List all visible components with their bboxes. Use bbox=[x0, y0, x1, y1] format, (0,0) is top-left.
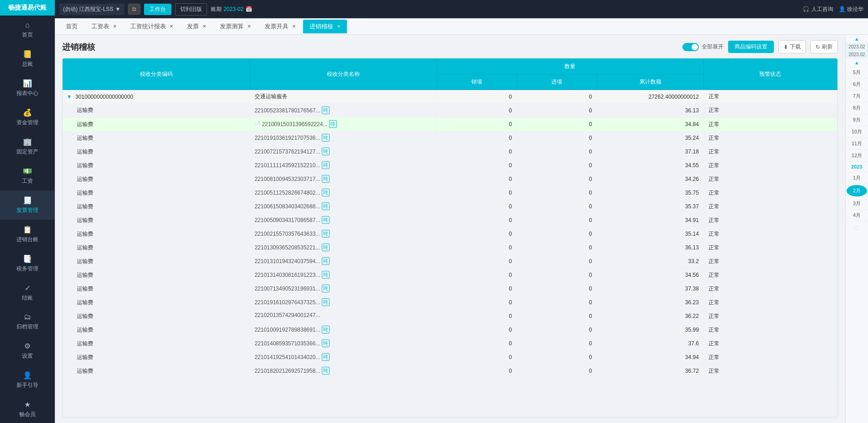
row-total: 34.91 bbox=[597, 213, 704, 227]
row-sales: 0 bbox=[437, 241, 517, 254]
tab-invoice-calc-label: 发票测算 bbox=[220, 22, 244, 31]
tab-invoice[interactable]: 发票 ✕ bbox=[181, 20, 213, 33]
tab-home-label: 首页 bbox=[66, 22, 78, 31]
row-inv-no: 22101910361921707536... 吨 bbox=[250, 131, 437, 145]
toggle-expand[interactable]: 全部展开 bbox=[682, 43, 724, 51]
col-sales-header: 销项 bbox=[437, 74, 517, 90]
row-total: 35.24 bbox=[597, 131, 704, 145]
row-total: 35.14 bbox=[597, 227, 704, 241]
tab-invoice-label: 发票 bbox=[187, 22, 199, 31]
right-panel-year-2023-02-top[interactable]: 2023.02 bbox=[846, 43, 868, 51]
switch-version-button[interactable]: 切到旧版 bbox=[175, 3, 207, 16]
table-row-name: 运输费 bbox=[63, 309, 250, 323]
tab-invoice-issue-label: 发票开具 bbox=[265, 22, 288, 31]
guide-icon: 👤 bbox=[23, 371, 32, 380]
tab-salary-table-close[interactable]: ✕ bbox=[113, 24, 117, 29]
row-sales: 0 bbox=[437, 117, 517, 131]
collapse-icon[interactable]: ▼ bbox=[67, 94, 72, 100]
table-row-name: 运输费 bbox=[63, 350, 250, 364]
sidebar-item-ledger[interactable]: 📒 总账 bbox=[0, 44, 55, 74]
row-inv-no: 22101419254101434020... 吨 bbox=[250, 350, 437, 364]
calendar-icon[interactable]: 📅 bbox=[245, 6, 252, 12]
sidebar-item-member[interactable]: ★ 畅会员 bbox=[0, 395, 55, 423]
row-sales: 0 bbox=[437, 90, 517, 104]
assets-icon: 🏢 bbox=[23, 137, 32, 146]
row-name: 交通运输服务 bbox=[250, 90, 437, 104]
sidebar-item-capital-label: 资金管理 bbox=[16, 119, 38, 127]
tab-salary-stats[interactable]: 工资统计报表 ✕ bbox=[124, 20, 180, 33]
month-8[interactable]: 8月 bbox=[846, 102, 868, 114]
sidebar-item-closing[interactable]: ✓ 结账 bbox=[0, 278, 55, 307]
month-3[interactable]: 3月 bbox=[846, 198, 868, 210]
right-panel-year-2023-02-2[interactable]: 2023.02 bbox=[846, 51, 868, 58]
tab-salary-table[interactable]: 工资表 ✕ bbox=[85, 20, 123, 33]
year-2023[interactable]: 2023 bbox=[846, 162, 868, 172]
sidebar-item-invoice-label: 发票管理 bbox=[16, 206, 38, 214]
sidebar-item-reports[interactable]: 📊 报表中心 bbox=[0, 74, 55, 103]
row-total: 36.23 bbox=[597, 296, 704, 309]
tab-invoice-calc-close[interactable]: ✕ bbox=[247, 24, 251, 29]
col-purchases-header: 进项 bbox=[517, 74, 597, 90]
tab-invoice-calc[interactable]: 发票测算 ✕ bbox=[213, 20, 257, 33]
period-label: 账期 2023-02 📅 bbox=[211, 5, 252, 13]
month-6[interactable]: 6月 bbox=[846, 79, 868, 90]
settings-button[interactable]: 商品编码设置 bbox=[728, 41, 774, 53]
month-10[interactable]: 10月 bbox=[846, 126, 868, 138]
month-2-active[interactable]: 2月 bbox=[847, 185, 867, 197]
copy-button[interactable]: ⧉ bbox=[128, 4, 140, 15]
row-total: 34.84 bbox=[597, 117, 704, 131]
sidebar-item-home[interactable]: ⌂ 首页 bbox=[0, 16, 55, 44]
row-purchases: 0 bbox=[517, 282, 597, 296]
month-1[interactable]: 1月 bbox=[846, 172, 868, 184]
tab-invoice-issue-close[interactable]: ✕ bbox=[292, 24, 296, 29]
sidebar-item-purchase[interactable]: 📋 进销台账 bbox=[0, 220, 55, 249]
right-panel: ▲ 2023.02 2023.02 ▲ 5月 6月 7月 8月 9月 10月 1… bbox=[845, 35, 868, 423]
month-7[interactable]: 7月 bbox=[846, 90, 868, 102]
sidebar-item-salary[interactable]: 💵 工资 bbox=[0, 161, 55, 190]
sidebar-item-guide[interactable]: 👤 新手引导 bbox=[0, 365, 55, 395]
tab-invoice-close[interactable]: ✕ bbox=[202, 24, 206, 29]
expand-toggle[interactable] bbox=[682, 43, 699, 51]
sidebar-item-salary-label: 工资 bbox=[22, 177, 33, 185]
month-12[interactable]: 12月 bbox=[846, 150, 868, 162]
table-row-name: 运输费 bbox=[63, 337, 250, 350]
user-menu[interactable]: 👤 徐泾华 bbox=[839, 5, 863, 13]
company-selector[interactable]: (勿动) 江西报宝-LSS ▼ bbox=[59, 4, 124, 15]
row-total: 36.72 bbox=[597, 364, 704, 378]
month-11[interactable]: 11月 bbox=[846, 138, 868, 150]
row-total: 36.22 bbox=[597, 309, 704, 323]
tab-salary-stats-close[interactable]: ✕ bbox=[170, 24, 173, 29]
topbar: (勿动) 江西报宝-LSS ▼ ⧉ 工作台 切到旧版 账期 2023-02 📅 … bbox=[55, 0, 868, 18]
row-sales: 0 bbox=[437, 364, 517, 378]
right-panel-up2[interactable]: ▲ bbox=[846, 58, 868, 67]
sidebar-item-invoice[interactable]: 🧾 发票管理 bbox=[0, 190, 55, 220]
support-button[interactable]: 🎧 人工咨询 bbox=[803, 5, 833, 13]
download-button[interactable]: ⬇ 下载 bbox=[778, 40, 806, 53]
sidebar: 畅捷通易代账 ⌂ 首页 📒 总账 📊 报表中心 💰 资金管理 🏢 固定资产 💵 … bbox=[0, 0, 55, 423]
row-inv-no: 📄 22100915031396592224... 吨 bbox=[250, 117, 437, 131]
row-status: 正常 bbox=[703, 159, 837, 172]
refresh-button[interactable]: ↻ 刷新 bbox=[810, 40, 838, 53]
row-sales: 0 bbox=[437, 323, 517, 337]
tab-reconcile-close[interactable]: ✕ bbox=[337, 24, 341, 29]
tab-invoice-issue[interactable]: 发票开具 ✕ bbox=[258, 20, 302, 33]
row-sales: 0 bbox=[437, 350, 517, 364]
right-panel-up[interactable]: ▲ bbox=[846, 35, 868, 43]
sidebar-item-tax-label: 税务管理 bbox=[16, 265, 38, 273]
row-total: 36.13 bbox=[597, 241, 704, 254]
month-5[interactable]: 5月 bbox=[846, 67, 868, 79]
sidebar-item-settings[interactable]: ⚙ 设置 bbox=[0, 336, 55, 365]
month-4[interactable]: 4月 bbox=[846, 210, 868, 222]
row-purchases: 0 bbox=[517, 90, 597, 104]
workspace-button[interactable]: 工作台 bbox=[144, 4, 171, 15]
sidebar-item-assets[interactable]: 🏢 固定资产 bbox=[0, 132, 55, 161]
tab-reconcile-label: 进销稽核 bbox=[309, 22, 333, 31]
row-status: 正常 bbox=[703, 172, 837, 186]
month-9[interactable]: 9月 bbox=[846, 114, 868, 126]
row-status: 正常 bbox=[703, 309, 837, 323]
sidebar-item-archive[interactable]: 🗂 归档管理 bbox=[0, 307, 55, 336]
tab-home[interactable]: 首页 bbox=[59, 20, 84, 33]
sidebar-item-tax[interactable]: 📑 税务管理 bbox=[0, 249, 55, 278]
tab-reconcile[interactable]: 进销稽核 ✕ bbox=[303, 20, 347, 33]
sidebar-item-capital[interactable]: 💰 资金管理 bbox=[0, 103, 55, 132]
